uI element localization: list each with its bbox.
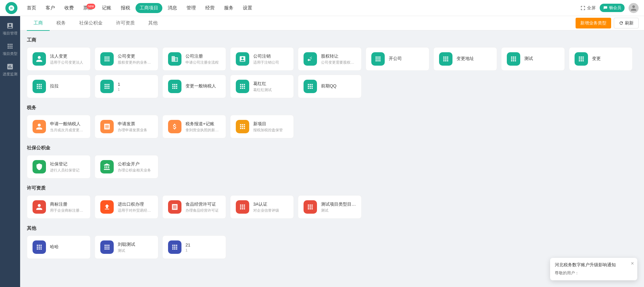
service-info-0-3: 公司注销适用于注销公司 [253,53,288,65]
refresh-button[interactable]: 刷新 [614,18,639,28]
service-info-2-1: 公积金开户办理公积金相关业务 [118,161,153,173]
service-icon-2-0 [33,160,46,173]
sidebar-item-progress-monitor[interactable]: 进度监测 [0,60,20,80]
service-card-0-4[interactable]: 股权转让公司变更需要股权转让 [298,47,362,71]
service-card-0-9[interactable]: 拉拉 [27,75,91,98]
service-info-4-2: 211 [185,242,220,252]
service-card-2-1[interactable]: 公积金开户办理公积金相关业务 [95,155,158,178]
service-icon-0-8 [575,52,588,66]
service-desc-1-3: 报税加税控盘保管 [253,128,288,133]
service-card-3-4[interactable]: 测试项目类型目定义测试 [298,195,362,219]
toolbar: 新增业务类型 刷新 [576,18,639,28]
progress-monitor-icon [6,63,14,70]
service-desc-0-1: 股权变更外的业务变更 [118,60,153,65]
service-name-0-2: 公司注册 [185,53,220,59]
service-icon-0-4 [304,52,317,66]
service-card-0-10[interactable]: 11 [95,75,158,98]
service-card-2-0[interactable]: 社保登记进行人员社保登记 [27,155,91,178]
service-icon-0-11 [168,80,181,93]
tab-3[interactable]: 许可资质 [109,16,142,31]
main-content: 工商法人变更适用于公司变更法人公司变更股权变更外的业务变更公司注册申请公司注册全… [20,30,644,287]
nav-item-8[interactable]: 管理 [182,3,200,13]
vip-button[interactable]: 畅会员 [600,4,625,12]
nav-menu: 首页客户收费票据new记账报税工商项目消息管理经营服务设置 [23,3,580,13]
service-card-4-0[interactable]: 哈哈 [27,235,91,259]
service-name-0-6: 变更地址 [457,56,491,62]
nav-item-1[interactable]: 客户 [42,3,59,13]
service-desc-3-0: 用于企业商标注册服务 [50,208,85,213]
nav-item-4[interactable]: 记账 [98,3,115,13]
service-icon-1-1 [100,120,114,133]
service-card-0-13[interactable]: 前期QQ [298,75,362,98]
service-card-0-8[interactable]: 变更 [569,47,633,71]
app-logo[interactable] [5,2,17,14]
service-card-0-5[interactable]: 开公司 [366,47,429,71]
fullscreen-button[interactable]: 全屏 [580,5,596,11]
service-card-0-6[interactable]: 变更地址 [433,47,497,71]
service-card-1-0[interactable]: 申请一般纳税人当月或次月成变更完成 [27,115,91,138]
nav-item-3[interactable]: 票据new [79,3,97,13]
service-name-2-1: 公积金开户 [118,161,153,167]
service-desc-0-12: 葛红红测试 [253,87,288,92]
service-desc-3-2: 办理食品经营许可证 [185,208,220,213]
nav-badge-3: new [87,4,95,9]
tab-0[interactable]: 工商 [27,16,50,31]
service-card-4-2[interactable]: 211 [162,235,226,259]
nav-item-0[interactable]: 首页 [23,3,40,13]
vip-label: 畅会员 [609,5,621,11]
nav-item-6[interactable]: 工商项目 [136,3,162,13]
service-card-3-1[interactable]: 进出口权办理适用于对外贸易经营者 [95,195,158,219]
nav-item-9[interactable]: 经营 [201,3,219,13]
sidebar-item-project-types[interactable]: 项目类型 [0,39,20,60]
service-card-3-0[interactable]: 商标注册用于企业商标注册服务 [27,195,91,219]
tab-2[interactable]: 社保公积金 [72,16,109,31]
service-icon-0-2 [168,52,181,66]
service-icon-4-0 [33,240,46,254]
section-title-3: 许可资质 [27,185,637,191]
new-type-button[interactable]: 新增业务类型 [576,18,611,28]
nav-item-5[interactable]: 报税 [117,3,134,13]
content-area: 工商税务社保公积金许可资质其他 新增业务类型 刷新 工商法人变更适用于公司变更法… [20,16,644,287]
service-info-0-5: 开公司 [389,56,424,62]
nav-item-2[interactable]: 收费 [60,3,78,13]
service-info-0-11: 变更一般纳税人 [185,83,220,90]
service-card-4-1[interactable]: 刘聪测试测试 [95,235,158,259]
service-card-0-11[interactable]: 变更一般纳税人 [162,75,226,98]
user-avatar[interactable] [629,3,639,13]
section-title-1: 税务 [27,105,637,111]
service-desc-1-2: 拿到营业执照的新公司 [185,128,220,133]
service-name-0-5: 开公司 [389,56,424,62]
tab-4[interactable]: 其他 [142,16,164,31]
service-card-0-0[interactable]: 法人变更适用于公司变更法人 [27,47,91,71]
service-desc-0-10: 1 [118,87,153,91]
sidebar-item-project-management[interactable]: 项目管理 [0,19,20,39]
nav-item-10[interactable]: 服务 [220,3,237,13]
service-card-3-3[interactable]: 3A认证对企业信誉评级 [230,195,294,219]
card-grid-4: 哈哈刘聪测试测试211 [27,235,637,259]
service-card-1-2[interactable]: 税务报道+记账拿到营业执照的新公司 [162,115,226,138]
service-desc-3-4: 测试 [321,208,356,213]
notification-close-button[interactable]: × [631,261,634,267]
service-name-0-3: 公司注销 [253,53,288,59]
tab-1[interactable]: 税务 [50,16,72,31]
project-types-icon [6,43,14,50]
service-name-0-12: 葛红红 [253,81,288,87]
nav-item-7[interactable]: 消息 [164,3,181,13]
service-card-1-1[interactable]: 申请发票办理申请发票业务 [95,115,158,138]
service-card-0-2[interactable]: 公司注册申请公司注册全流程 [162,47,226,71]
service-info-4-1: 刘聪测试测试 [118,241,153,253]
service-card-0-1[interactable]: 公司变更股权变更外的业务变更 [95,47,158,71]
service-desc-0-2: 申请公司注册全流程 [185,60,220,65]
service-card-0-7[interactable]: 测试 [501,47,565,71]
service-info-4-0: 哈哈 [50,244,85,250]
service-card-0-3[interactable]: 公司注销适用于注销公司 [230,47,294,71]
service-icon-3-0 [33,200,46,214]
service-card-1-3[interactable]: 新项目报税加税控盘保管 [230,115,294,138]
service-name-3-0: 商标注册 [50,201,85,207]
nav-item-11[interactable]: 设置 [239,3,256,13]
service-card-3-2[interactable]: 食品经营许可证办理食品经营许可证 [162,195,226,219]
service-info-1-1: 申请发票办理申请发票业务 [118,121,153,133]
service-name-0-10: 1 [118,82,153,87]
service-card-0-12[interactable]: 葛红红葛红红测试 [230,75,294,98]
project-management-icon [6,22,14,29]
